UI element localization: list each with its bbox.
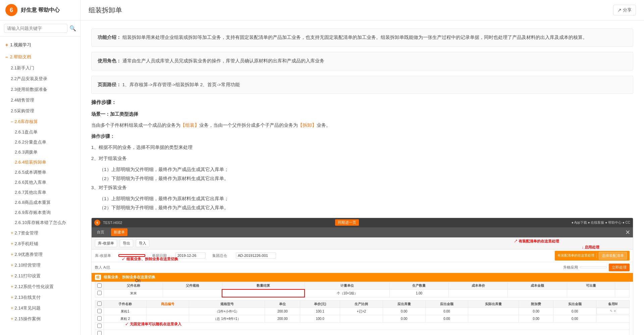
mock-input-num[interactable]: AD-20191226-001	[236, 253, 276, 259]
search-icon[interactable]: 🔍	[69, 25, 76, 32]
expand-icon-1: +	[5, 42, 8, 48]
bth-unit: 单位	[265, 300, 300, 308]
intro-block: 功能介绍： 组装拆卸单用来处理企业组装或拆卸等加工业务，支持有固定装配清单的产品…	[91, 29, 633, 47]
mock-id: TEST-H002	[103, 221, 122, 225]
steps-sub-label: 操作步骤：	[91, 132, 633, 141]
sidebar-item-2-10[interactable]: +2.10经营管理	[0, 260, 80, 271]
sidebar-item-2-6-8[interactable]: 2.6.8商品成本重算	[0, 198, 80, 208]
search-input[interactable]	[4, 24, 67, 33]
nav-sub-sub-2-6: 2.6.1盘点单 2.6.2分量盘点单 2.6.3调拨单 2.6.4组装拆卸单 …	[0, 127, 80, 228]
sidebar-item-2-12[interactable]: +2.12系统个性化设置	[0, 281, 80, 292]
mock-process-input[interactable]	[580, 266, 607, 268]
sidebar-item-2-4[interactable]: 2.4销售管理	[0, 95, 80, 106]
sidebar-item-2-7[interactable]: +2.7资金管理	[0, 228, 80, 238]
sidebar-item-2-1[interactable]: 2.1新手入门	[0, 63, 80, 73]
sidebar-item-1[interactable]: + 1.视频学习	[0, 39, 80, 51]
select-all-top[interactable]	[97, 283, 102, 288]
path-label: 页面路径：	[98, 82, 121, 87]
mock-process-btn[interactable]: 立即处理	[609, 264, 630, 271]
brow-spec-1: （1件×小件=1）	[189, 308, 265, 315]
search-box: 🔍	[0, 20, 80, 37]
mock-nav-home[interactable]: 自页	[94, 228, 107, 236]
select-all-bottom[interactable]	[97, 301, 102, 306]
brow-code-1	[147, 308, 189, 315]
delete-icon-1[interactable]: ✕	[613, 309, 616, 313]
sidebar-item-2-6-3[interactable]: 2.6.3调拨单	[0, 147, 80, 157]
brow-name-1: 果粒1	[104, 308, 147, 315]
td-costunit-1	[449, 289, 508, 297]
th-ops	[615, 282, 629, 289]
mock-btn-import[interactable]: 导入	[136, 239, 149, 247]
mock-label-num2: 数人 A/总	[95, 265, 115, 270]
sidebar-item-2-6[interactable]: –2.6库存核算	[0, 116, 80, 127]
mock-select-bom[interactable]: 选择装配清单	[599, 252, 627, 260]
sidebar-item-2-8[interactable]: +2.8手机旺铺	[0, 238, 80, 249]
sidebar-item-2[interactable]: – 2.帮助文档	[0, 51, 80, 63]
sidebar-item-2-6-7[interactable]: 2.6.7其他出库单	[0, 187, 80, 198]
sidebar-item-2-6-6[interactable]: 2.6.6其他入库单	[0, 177, 80, 187]
sidebar-item-2-5[interactable]: 2.5采购管理	[0, 106, 80, 116]
mock-input-type[interactable]	[118, 254, 145, 257]
mock-top-table-area: 父件名称 父件规格 数量结算 计量单位 生产数量 成本单价 成本金额 可出量	[92, 282, 633, 300]
edit-icon-1[interactable]: ✎	[610, 309, 612, 313]
sidebar-item-2-15[interactable]: +2.15操作案例	[0, 314, 80, 324]
brow-shouldout-1: 0.00	[383, 308, 425, 315]
sidebar-item-2-9[interactable]: +2.9优惠券管理	[0, 249, 80, 260]
td-avail-1	[567, 289, 615, 297]
brow-extra-2: 0.00	[519, 315, 553, 323]
sidebar-item-2-14[interactable]: +2.14常见问题	[0, 303, 80, 314]
mock-form-row-1: 库-收据单 单据日期 2019-12-26 集团总仓 AD-20191226-0…	[92, 249, 633, 262]
share-button[interactable]: ↗ 分享	[613, 5, 636, 15]
th-check	[95, 282, 104, 289]
td-unit-1: 个（10×1组）	[305, 289, 389, 297]
sidebar-item-2-6-5[interactable]: 2.6.5成本调整单	[0, 167, 80, 177]
brow-ops-2	[596, 315, 629, 323]
th-settle-qty: 数量结算	[222, 282, 305, 289]
input-settle-1[interactable]	[253, 291, 273, 296]
sidebar-header: 6 好生意 帮助中心	[0, 0, 80, 20]
brow-unit-2: 200.00	[265, 315, 300, 323]
th-parent-name: 父件名称	[104, 282, 163, 289]
path-block: 页面路径： 1、库存核算->库存管理->组装拆卸单 2、首页->常用功能	[91, 76, 633, 94]
sidebar-item-2-6-2[interactable]: 2.6.2分量盘点单	[0, 137, 80, 147]
nav-group-1: + 1.视频学习	[0, 39, 80, 51]
sidebar-item-2-label: 2.帮助文档	[10, 54, 31, 60]
sidebar: 6 好生意 帮助中心 🔍 + 1.视频学习 – 2.帮助文档 2.1新手入门 2…	[0, 0, 80, 335]
brow-check-1[interactable]	[97, 309, 102, 313]
mock-orange-text: 有装配清单的在这里处理	[557, 253, 594, 258]
brow-check-2[interactable]	[97, 316, 102, 321]
sidebar-item-2-6-9[interactable]: 2.6.9库存账本查询	[0, 208, 80, 218]
mock-form-row-2: 数人 A/总 升格应用 立即处理	[92, 262, 633, 273]
td-check-1	[95, 289, 104, 297]
brow-name-2: 果粒 2	[104, 315, 147, 323]
sidebar-item-2-11[interactable]: +2.11打印设置	[0, 271, 80, 281]
row-check-1[interactable]	[97, 291, 102, 295]
bth-check	[95, 300, 104, 308]
td-settle-1	[222, 289, 305, 297]
sidebar-item-2-3[interactable]: 2.3使用前数据准备	[0, 84, 80, 95]
mock-btn-export[interactable]: 导出	[120, 239, 133, 247]
nav-sub-2: 2.1新手入门 2.2产品安装及登录 2.3使用前数据准备 2.4销售管理 2.…	[0, 63, 80, 324]
page-title: 组装拆卸单	[89, 6, 122, 15]
mock-btn-save[interactable]: 库-收据单	[95, 239, 117, 247]
step3-sub2: （2）下部明细为子件明细，最终作为产成品生成其它入库单。	[91, 203, 633, 212]
sidebar-item-2-6-1[interactable]: 2.6.1盘点单	[0, 127, 80, 137]
td-name-1: 米米	[104, 289, 163, 297]
nav-group-2: – 2.帮助文档 2.1新手入门 2.2产品安装及登录 2.3使用前数据准备 2…	[0, 51, 80, 324]
main-header: 组装拆卸单 ↗ 分享	[80, 0, 644, 20]
bth-spec: 规格型号	[189, 300, 265, 308]
sidebar-item-2-2[interactable]: 2.2产品安装及登录	[0, 73, 80, 84]
role-block: 使用角色： 通常由生产人员或库管人员完成拆装业务的操作，库管人员确认原材料的出库…	[91, 52, 633, 70]
intro-text: 组装拆卸单用来处理企业组装或拆卸等加工业务，支持有固定装配清单的产品加工业务，也…	[122, 35, 587, 40]
bth-price: 单价(元)	[300, 300, 340, 308]
th-cost-unit: 成本单价	[449, 282, 508, 289]
sidebar-item-2-6-10[interactable]: 2.6.10库存账本错了怎么办	[0, 218, 80, 228]
bth-actual-amt: 实出金额	[553, 300, 596, 308]
sidebar-item-2-13[interactable]: +2.13在线支付	[0, 292, 80, 303]
brow-actualamt-2: 0.00	[553, 315, 596, 323]
mock-nav-new[interactable]: 新建单	[111, 228, 127, 236]
mock-bottom-table-area: 子件名称 商品编号 规格型号 单位 单价(元) 生产比例 应出库量 应出金额 实…	[92, 300, 633, 335]
mock-input-date[interactable]: 2019-12-26	[175, 253, 206, 259]
sidebar-item-2-6-4[interactable]: 2.6.4组装拆卸单	[0, 157, 80, 167]
brow-unit-1: 200.00	[265, 308, 300, 315]
